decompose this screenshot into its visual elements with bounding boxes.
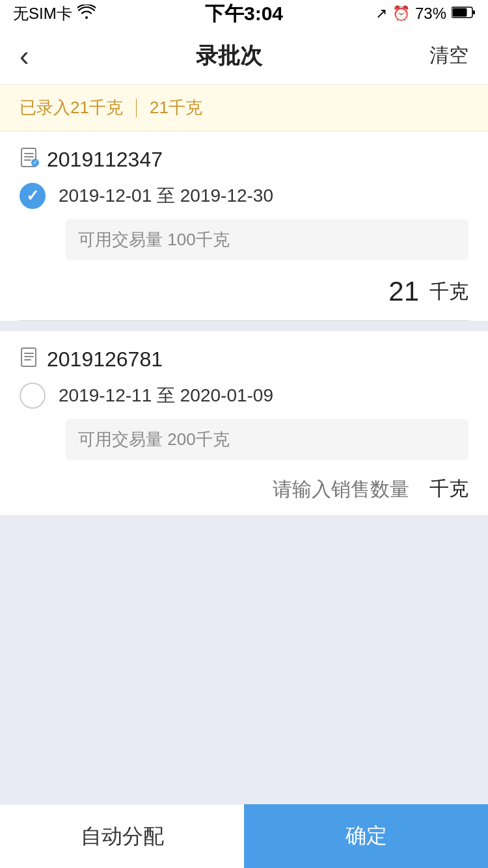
batch-1-check-icon: ✓	[26, 187, 39, 205]
batch-2-input-wrapper: 千克	[0, 468, 488, 516]
nav-bar: ‹ 录批次 清空	[0, 27, 488, 85]
batch-1-avail: 可用交易量 100千克	[65, 219, 468, 260]
summary-entered: 已录入21千克	[20, 96, 123, 119]
bottom-area	[0, 516, 488, 809]
confirm-button[interactable]: 确定	[244, 804, 488, 868]
sim-text: 无SIM卡	[13, 3, 72, 24]
summary-divider	[136, 99, 137, 117]
batch-1-quantity-row: 21 千克	[0, 268, 488, 320]
batch-2-unit: 千克	[429, 476, 468, 502]
status-left: 无SIM卡	[13, 3, 96, 24]
status-bar: 无SIM卡 下午3:04 ↗ ⏰ 73%	[0, 0, 488, 27]
svg-rect-2	[453, 8, 467, 17]
batch-1-radio[interactable]: ✓	[20, 183, 46, 209]
batch-2-row[interactable]: 2019-12-11 至 2020-01-09	[0, 377, 488, 414]
batch-1-header: ✓ 2019112347	[0, 131, 488, 178]
battery-icon	[452, 5, 475, 23]
status-right: ↗ ⏰ 73%	[375, 5, 475, 23]
batch-1-quantity: 21	[388, 276, 419, 307]
batch-1-avail-text: 可用交易量 100千克	[78, 230, 230, 249]
batch-2-quantity-input[interactable]	[20, 478, 419, 500]
batch-2-date: 2019-12-11 至 2020-01-09	[59, 383, 273, 408]
batch-2-radio[interactable]	[20, 383, 46, 409]
batch-1-date: 2019-12-01 至 2019-12-30	[59, 183, 273, 208]
auto-distribute-button[interactable]: 自动分配	[0, 804, 244, 868]
bottom-buttons: 自动分配 确定	[0, 804, 488, 868]
battery-text: 73%	[415, 5, 446, 23]
batch-2-doc-icon	[20, 347, 40, 372]
svg-text:✓: ✓	[33, 159, 38, 166]
batch-card-1: ✓ 2019112347 ✓ 2019-12-01 至 2019-12-30 可…	[0, 131, 488, 321]
status-time: 下午3:04	[205, 1, 283, 27]
batch-2-avail: 可用交易量 200千克	[65, 419, 468, 460]
back-button[interactable]: ‹	[20, 40, 29, 72]
clear-button[interactable]: 清空	[429, 42, 468, 69]
batch-1-doc-icon: ✓	[20, 147, 40, 172]
batch-2-header: 2019126781	[0, 331, 488, 377]
location-icon: ↗	[375, 5, 387, 22]
summary-value: 21千克	[150, 96, 202, 119]
alarm-icon: ⏰	[392, 5, 410, 22]
batch-2-avail-text: 可用交易量 200千克	[78, 429, 230, 449]
summary-bar: 已录入21千克 21千克	[0, 85, 488, 131]
wifi-icon	[77, 5, 96, 23]
batch-1-row[interactable]: ✓ 2019-12-01 至 2019-12-30	[0, 178, 488, 214]
batch-2-id: 2019126781	[47, 347, 163, 372]
page-title: 录批次	[196, 41, 262, 71]
batch-1-unit: 千克	[429, 278, 468, 305]
section-divider	[0, 321, 488, 331]
svg-rect-1	[472, 10, 475, 14]
batch-1-id: 2019112347	[47, 148, 163, 172]
batch-card-2: 2019126781 2019-12-11 至 2020-01-09 可用交易量…	[0, 331, 488, 516]
